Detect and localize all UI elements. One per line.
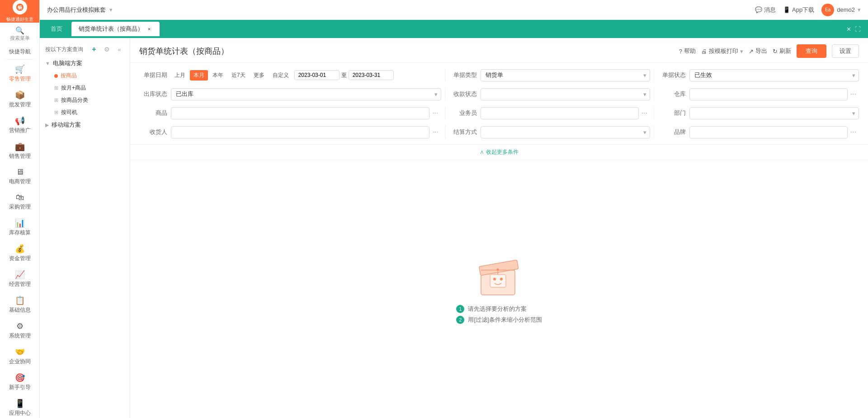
sidebar-item-finance[interactable]: 💰 资金管理 (0, 240, 39, 266)
filter-col-dept: 部门 ▾ (658, 107, 859, 119)
date-tab-this-year[interactable]: 本年 (209, 70, 227, 81)
payment-dropdown-arrow[interactable]: ▾ (643, 91, 646, 98)
date-start-input[interactable] (294, 70, 340, 80)
sidebar-item-retail[interactable]: 🛒 零售管理 (0, 61, 39, 86)
settlement-input[interactable] (481, 126, 650, 138)
filter-divider-6 (654, 106, 654, 120)
sidebar-item-label: 营销推广 (9, 127, 31, 134)
bill-type-input[interactable] (481, 69, 650, 81)
receiver-picker-btn[interactable]: ··· (429, 128, 441, 136)
add-scheme-btn[interactable]: + (89, 44, 99, 54)
storage-input[interactable] (689, 88, 848, 100)
date-tab-this-month[interactable]: 本月 (190, 70, 208, 81)
messages-btn[interactable]: 💬 消息 (755, 6, 776, 14)
sidebar-item-inventory[interactable]: 📊 库存核算 (0, 214, 39, 240)
tree-item-pc[interactable]: ▼ 电脑端方案 (40, 57, 130, 70)
filter-col-brand: 品牌 ··· (658, 126, 859, 138)
marketing-icon: 📢 (15, 116, 25, 126)
date-tab-last-month[interactable]: 上月 (171, 70, 189, 81)
sidebar-item-label: 资金管理 (9, 255, 31, 262)
bill-type-label: 单据类型 (449, 71, 481, 79)
message-icon: 💬 (755, 6, 762, 13)
filter-col-receiver: 收货人 ··· (139, 126, 441, 138)
staff-input[interactable] (481, 107, 639, 119)
quick-nav[interactable]: 快捷导航 (0, 45, 39, 58)
sidebar-item-label: 基础信息 (9, 306, 31, 314)
goods-input[interactable] (171, 107, 429, 119)
close-window-icon[interactable]: ✕ (846, 26, 851, 33)
bill-status-dropdown-arrow[interactable]: ▾ (852, 72, 855, 79)
svg-point-6 (493, 278, 496, 280)
sidebar-item-basic[interactable]: 📋 基础信息 (0, 292, 39, 318)
tree-item-mobile[interactable]: ▶ 移动端方案 (40, 119, 130, 131)
search-menu[interactable]: 🔍 搜索菜单 (0, 23, 39, 45)
download-btn[interactable]: 📱 App下载 (783, 6, 814, 14)
user-menu[interactable]: Ea demo2 ▾ (821, 4, 861, 16)
settings-btn[interactable]: 设置 (832, 44, 859, 58)
tab-home[interactable]: 首页 (43, 22, 70, 36)
tab-close-btn[interactable]: × (146, 26, 152, 32)
payment-label: 收款状态 (449, 90, 481, 98)
collapse-panel-btn[interactable]: « (114, 44, 124, 54)
operations-icon: 📈 (15, 270, 25, 280)
date-range-sep: 至 (341, 71, 347, 79)
dept-input[interactable] (689, 107, 859, 119)
sidebar-item-operations[interactable]: 📈 经营管理 (0, 266, 39, 292)
sidebar-item-wholesale[interactable]: 📦 批发管理 (0, 86, 39, 112)
collapse-filter-btn[interactable]: ∧ 收起更多条件 (130, 145, 868, 160)
page-title: 销货单统计表（按商品） (139, 46, 229, 57)
sidebar-item-marketing[interactable]: 📢 营销推广 (0, 112, 39, 138)
warehouse-dropdown-arrow[interactable]: ▾ (434, 91, 438, 98)
tree-item-by-category[interactable]: ⊞ 按商品分类 (40, 94, 130, 106)
date-tab-7days[interactable]: 近7天 (228, 70, 249, 81)
tree-item-by-month-product[interactable]: ⊞ 按月+商品 (40, 82, 130, 94)
tab-maximize-btn[interactable]: ✕ ⛶ (843, 24, 864, 34)
sidebar-item-enterprise[interactable]: 🤝 企业协同 (0, 343, 39, 369)
filter-col-goods: 商品 ··· (139, 107, 441, 119)
date-filter-label: 单据日期 (139, 71, 171, 79)
sidebar-item-label: 库存核算 (9, 229, 31, 237)
refresh-btn[interactable]: ↻ 刷新 (773, 47, 791, 55)
left-panel-header: 按以下方案查询 + ⚙ « (40, 42, 130, 57)
dept-dropdown-arrow[interactable]: ▾ (852, 110, 855, 117)
help-btn[interactable]: ? 帮助 (679, 47, 696, 55)
tree-by-category-label: 按商品分类 (61, 96, 88, 104)
tree-item-by-cashier[interactable]: ⊞ 按司机 (40, 106, 130, 119)
main-area: 办公用品行业模拟账套 ▾ 💬 消息 📱 App下载 Ea demo2 ▾ 首 (40, 0, 868, 418)
bill-type-dropdown-arrow[interactable]: ▾ (643, 72, 646, 79)
goods-picker-btn[interactable]: ··· (429, 109, 441, 117)
query-btn[interactable]: 查询 (797, 44, 826, 58)
date-end-input[interactable] (349, 70, 394, 80)
maximize-icon[interactable]: ⛶ (855, 26, 861, 33)
storage-picker-btn[interactable]: ··· (848, 90, 859, 98)
sidebar-item-label: 销售管理 (9, 152, 31, 160)
filter-col-settlement: 结算方式 ▾ (449, 126, 650, 138)
sidebar-item-ecommerce[interactable]: 🖥 电商管理 (0, 164, 39, 189)
export-icon: ↗ (749, 48, 754, 55)
sidebar-item-system[interactable]: ⚙ 系统管理 (0, 318, 39, 343)
sidebar-item-sales[interactable]: 💼 销售管理 (0, 138, 39, 164)
bill-status-input[interactable] (689, 69, 859, 81)
sidebar-item-procurement[interactable]: 🛍 采购管理 (0, 189, 39, 214)
sidebar-item-guide[interactable]: 🎯 新手引导 (0, 369, 39, 395)
print-btn[interactable]: 🖨 按模板打印 ▾ (701, 47, 743, 55)
date-tab-more[interactable]: 更多 (250, 70, 268, 81)
sidebar-item-label: 电商管理 (9, 178, 31, 185)
payment-control: ▾ (481, 88, 650, 100)
scheme-settings-btn[interactable]: ⚙ (102, 44, 112, 54)
tree-item-by-product[interactable]: 按商品 (40, 70, 130, 82)
brand-picker-btn[interactable]: ··· (848, 128, 859, 136)
brand-input[interactable] (689, 126, 848, 138)
dropdown-arrow[interactable]: ▾ (109, 6, 113, 13)
warehouse-input[interactable] (171, 88, 441, 100)
date-tab-custom[interactable]: 自定义 (269, 70, 292, 81)
receiver-input[interactable] (171, 126, 429, 138)
payment-input[interactable] (481, 88, 650, 100)
sidebar-item-appstore[interactable]: 📱 应用中心 (0, 395, 39, 418)
settlement-dropdown-arrow[interactable]: ▾ (643, 129, 646, 136)
top-header: 办公用品行业模拟账套 ▾ 💬 消息 📱 App下载 Ea demo2 ▾ (40, 0, 868, 20)
sidebar: 畅 畅捷通好生意 🔍 搜索菜单 快捷导航 🛒 零售管理 📦 批发管理 📢 营销推… (0, 0, 40, 418)
tab-active[interactable]: 销货单统计表（按商品） × (71, 22, 160, 36)
export-btn[interactable]: ↗ 导出 (749, 47, 767, 55)
staff-picker-btn[interactable]: ··· (639, 109, 650, 117)
